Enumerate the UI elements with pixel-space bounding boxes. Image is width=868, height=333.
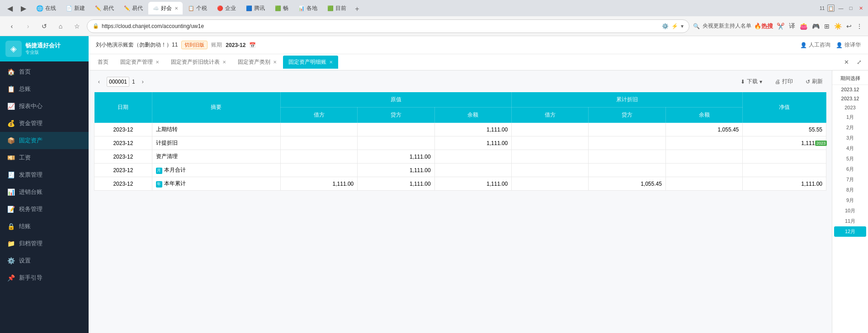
hot-search-label[interactable]: 🔥热搜	[754, 22, 773, 30]
window-badge[interactable]: 11	[820, 6, 825, 11]
help-btn[interactable]: 👤 人工咨询	[800, 41, 830, 49]
bookmark-button[interactable]: ☆	[71, 20, 83, 33]
prev-page-btn[interactable]: ‹	[94, 77, 104, 87]
period-start-date[interactable]: 2023.12	[832, 85, 868, 94]
period-month-6[interactable]: 6月	[832, 164, 868, 174]
extension-icon[interactable]: ⚡	[671, 23, 678, 29]
tab-close-btn[interactable]: ✕	[841, 57, 852, 68]
sidebar-item-purchase[interactable]: 📊 进销台账	[0, 183, 89, 201]
account-code-input[interactable]	[107, 77, 129, 87]
sidebar-item-guide[interactable]: 📌 新手引导	[0, 269, 89, 286]
address-bar[interactable]: 🔒 https://cloud.chanjet.com/accounting/u…	[87, 19, 689, 33]
browser-tab-xin[interactable]: 📄 新建	[61, 2, 90, 14]
tab-depreciation-stat-close[interactable]: ✕	[222, 60, 226, 65]
row2-date: 2023-12	[94, 136, 152, 150]
period-month-9[interactable]: 9月	[832, 195, 868, 206]
row2-orig-balance: 1,111.00	[434, 136, 511, 150]
sidebar: ◈ 畅捷通好会计 专业版 🏠 首页 📋 总账 📈 报表中心 💰 资金管理	[0, 36, 89, 333]
wallet-icon[interactable]: 👛	[800, 23, 807, 30]
browser-tab-shumu[interactable]: 🟩 目前	[323, 2, 351, 14]
more-icon[interactable]: ⋮	[856, 23, 863, 30]
tab-asset-ledger[interactable]: 固定资产明细账 ✕	[283, 56, 338, 69]
period-month-4[interactable]: 4月	[832, 143, 868, 154]
browser-tab-tengxun[interactable]: 🟦 腾讯	[241, 2, 269, 14]
sidebar-item-close[interactable]: 🔒 结账	[0, 218, 89, 235]
browser-tab-chang[interactable]: 🟩 畅	[270, 2, 293, 14]
period-month-2[interactable]: 2月	[832, 122, 868, 133]
next-page-btn[interactable]: ›	[138, 77, 148, 87]
history-icon[interactable]: ↩	[846, 23, 852, 30]
period-month-7[interactable]: 7月	[832, 174, 868, 185]
scissors-icon[interactable]: ✂️	[777, 23, 784, 30]
tab-asset-category[interactable]: 固定资产类别 ✕	[232, 56, 282, 69]
period-year-2023[interactable]: 2023	[832, 103, 868, 112]
sidebar-item-salary[interactable]: 💴 工资	[0, 149, 89, 166]
home-button[interactable]: ⌂	[54, 20, 67, 33]
tab-label-tengxun: 腾讯	[254, 5, 265, 12]
translate-icon[interactable]: 译	[789, 22, 795, 30]
window-minimize[interactable]: —	[837, 5, 844, 12]
browser-tab-qiye[interactable]: 🔴 企业	[212, 2, 241, 14]
forward-button[interactable]: ›	[22, 20, 34, 33]
browser-tab-haohao[interactable]: ☁️ 好会 ✕	[148, 2, 183, 14]
sidebar-item-archive[interactable]: 📁 归档管理	[0, 235, 89, 252]
download-btn[interactable]: ⬇ 下载 ▾	[737, 76, 766, 87]
sidebar-item-settings[interactable]: ⚙️ 设置	[0, 252, 89, 269]
browser-tab-haohao-close[interactable]: ✕	[175, 6, 178, 11]
salary-nav-icon: 💴	[7, 154, 14, 161]
browser-tab-zaixian[interactable]: 🌐 在线	[32, 2, 61, 14]
gamepad-icon[interactable]: 🎮	[812, 23, 820, 30]
period-end-date[interactable]: 2023.12	[832, 94, 868, 103]
dropdown-icon[interactable]: ▾	[681, 23, 684, 29]
tab-depreciation-stat[interactable]: 固定资产折旧统计表 ✕	[165, 56, 231, 69]
period-month-11[interactable]: 11月	[832, 216, 868, 226]
browser-back-btn[interactable]: ◀	[4, 2, 16, 14]
sidebar-item-home[interactable]: 🏠 首页	[0, 63, 89, 80]
window-close[interactable]: ✕	[857, 5, 864, 12]
browser-tab-yidai2[interactable]: ✏️ 易代	[119, 2, 147, 14]
window-notifications[interactable]: 📋	[827, 5, 835, 12]
sidebar-item-report[interactable]: 📈 报表中心	[0, 98, 89, 115]
sidebar-item-asset[interactable]: 📦 固定资产	[0, 132, 89, 149]
tab-home[interactable]: 首页	[92, 56, 114, 69]
yearly-summary-icon: 年	[156, 181, 162, 188]
grid-icon[interactable]: ⊞	[824, 23, 830, 30]
calendar-icon[interactable]: 📅	[249, 42, 256, 48]
window-maximize[interactable]: □	[847, 5, 854, 12]
sidebar-item-ledger[interactable]: 📋 总账	[0, 80, 89, 98]
browser-menu-icon[interactable]: ⚙️	[662, 23, 669, 29]
tab-asset-manage-close[interactable]: ✕	[156, 60, 159, 65]
period-month-12[interactable]: 12月	[834, 226, 866, 237]
browser-tab-yidai1[interactable]: ✏️ 易代	[90, 2, 118, 14]
sidebar-item-fund[interactable]: 💰 资金管理	[0, 115, 89, 132]
browser-forward-btn[interactable]: ▶	[17, 2, 30, 14]
new-tab-button[interactable]: +	[352, 4, 363, 14]
browser-tab-gedi[interactable]: 📊 各地	[294, 2, 322, 14]
browser-tab-geshui[interactable]: 📋 个税	[184, 2, 212, 14]
brightness-icon[interactable]: ☀️	[834, 23, 842, 30]
user-btn[interactable]: 👤 徐译华	[836, 41, 861, 49]
period-month-5[interactable]: 5月	[832, 154, 868, 164]
period-month-1[interactable]: 1月	[832, 112, 868, 122]
row2-summary: 计提折旧	[152, 136, 280, 150]
tab-asset-ledger-close[interactable]: ✕	[329, 60, 333, 65]
period-month-3[interactable]: 3月	[832, 133, 868, 143]
tab-label-qiye: 企业	[225, 5, 236, 12]
period-month-10[interactable]: 10月	[832, 206, 868, 216]
refresh-btn[interactable]: ↺ 刷新	[802, 76, 826, 87]
refresh-button[interactable]: ↺	[38, 20, 51, 33]
purchase-nav-icon: 📊	[7, 188, 14, 196]
period-month-8[interactable]: 8月	[832, 185, 868, 195]
row5-acc-debit	[512, 177, 589, 191]
tab-asset-category-close[interactable]: ✕	[273, 60, 277, 65]
sidebar-item-tax[interactable]: 📝 税务管理	[0, 201, 89, 218]
row4-acc-debit	[512, 164, 589, 177]
print-btn[interactable]: 🖨 打印	[771, 76, 797, 87]
sidebar-item-report-label: 报表中心	[19, 102, 42, 110]
switch-btn[interactable]: 切到旧版	[181, 41, 208, 49]
tab-favicon-shumu: 🟩	[327, 5, 334, 11]
tab-expand-btn[interactable]: ⤢	[854, 57, 864, 68]
back-button[interactable]: ‹	[5, 20, 18, 33]
tab-asset-manage[interactable]: 固定资产管理 ✕	[115, 56, 165, 69]
sidebar-item-invoice[interactable]: 🧾 发票管理	[0, 166, 89, 183]
